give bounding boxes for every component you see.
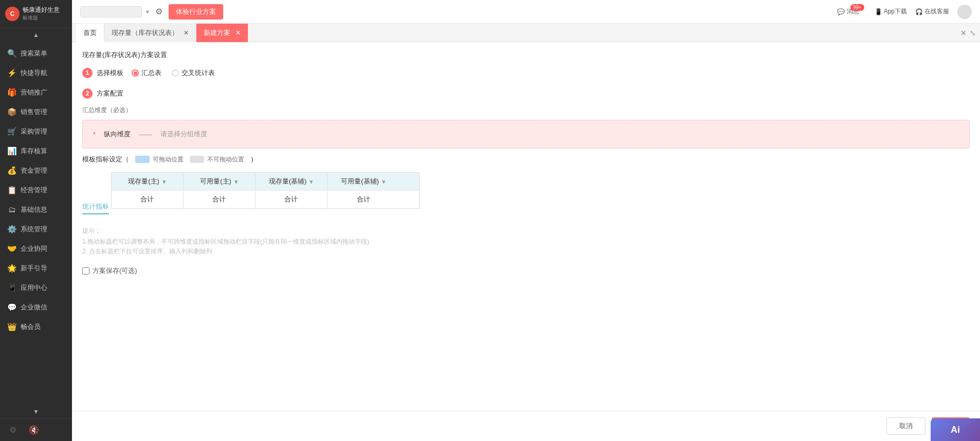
step1-header: 1 选择模板 汇总表 交叉统计表	[82, 68, 970, 78]
sidebar-item-label: 营销推广	[21, 88, 47, 97]
sidebar-item-wechat[interactable]: 💬 企业微信	[0, 298, 72, 317]
scroll-down-area: ▼	[0, 405, 72, 418]
stats-col4-sub: 合计	[357, 195, 370, 204]
search-menu-icon: 🔍	[7, 49, 16, 58]
tab-inventory-close-button[interactable]: ✕	[184, 29, 189, 36]
step1-section: 1 选择模板 汇总表 交叉统计表	[82, 68, 970, 78]
sidebar-item-operation[interactable]: 📋 经营管理	[0, 180, 72, 200]
sidebar-nav: 🔍 搜索菜单 ⚡ 快捷导航 🎁 营销推广 📦 销售管理 🛒 采购管理 📊 库存核…	[0, 42, 72, 405]
radio-summary-inner	[134, 71, 137, 75]
indicator-settings-label: 模板指标设定（	[82, 155, 129, 164]
sidebar-item-quick-nav[interactable]: ⚡ 快捷导航	[0, 63, 72, 83]
tab-new-plan[interactable]: 新建方案 ✕	[196, 24, 248, 42]
col2-dropdown-icon[interactable]: ▾	[234, 178, 238, 186]
tab-close-all-button[interactable]: ✕	[960, 29, 967, 37]
stats-title: 统计指标	[82, 202, 109, 214]
member-icon: 👑	[7, 322, 16, 332]
scroll-up-button[interactable]: ▲	[32, 30, 40, 40]
sidebar-item-label: 快捷导航	[21, 68, 47, 78]
col4-dropdown-icon[interactable]: ▾	[382, 178, 386, 186]
stats-col4-data: 合计	[328, 191, 400, 208]
tab-inventory-status-label: 现存量（库存状况表）	[112, 28, 178, 38]
sidebar-item-purchase[interactable]: 🛒 采购管理	[0, 122, 72, 141]
dropdown-arrow-icon[interactable]: ▾	[146, 8, 149, 15]
radio-summary[interactable]: 汇总表	[132, 68, 161, 78]
wechat-icon: 💬	[7, 303, 16, 312]
sidebar-item-label: 企业微信	[21, 303, 47, 312]
online-service-button[interactable]: 🎧 在线客服	[915, 7, 949, 16]
summary-dim-label: 汇总维度（必选）	[82, 106, 970, 115]
sidebar-item-enterprise[interactable]: 🤝 企业协同	[0, 239, 72, 259]
cancel-button[interactable]: 取消	[886, 417, 925, 435]
sidebar-item-label: 系统管理	[21, 225, 47, 234]
ai-float-button[interactable]: Ai	[931, 418, 980, 441]
sidebar-item-label: 库存核算	[21, 146, 47, 156]
tab-new-plan-close-button[interactable]: ✕	[235, 29, 241, 36]
scroll-down-button[interactable]: ▼	[32, 407, 40, 416]
sidebar-item-basic[interactable]: 🗂 基础信息	[0, 200, 72, 219]
col3-dropdown-icon[interactable]: ▾	[310, 178, 313, 186]
hint-2-text: 2. 点击标题栏下拉可设置排序、插入列和删除列	[82, 247, 212, 256]
logo-tag: 标准版	[23, 14, 60, 22]
stats-col1-header[interactable]: 现存量(主) ▾	[112, 173, 184, 190]
user-avatar[interactable]	[957, 5, 972, 19]
sidebar-item-app-center[interactable]: 📱 应用中心	[0, 278, 72, 298]
dim-required-mark: *	[93, 131, 96, 138]
col1-dropdown-icon[interactable]: ▾	[162, 178, 166, 186]
stats-col4-label: 可用量(基辅)	[341, 177, 379, 186]
stats-col4-header[interactable]: 可用量(基辅) ▾	[328, 173, 400, 190]
step2-header: 2 方案配置	[82, 88, 970, 99]
topbar-gear-button[interactable]: ⚙	[153, 5, 165, 19]
logo-text: 畅康通好生意	[23, 6, 60, 14]
sidebar-item-member[interactable]: 👑 畅会员	[0, 317, 72, 337]
main-area: ▾ ⚙ 体验行业方案 💬 消息 99+ 📱 App下载 🎧 在线客服 首页	[72, 0, 980, 441]
save-checkbox[interactable]	[82, 267, 89, 274]
hint-item-2: 2. 点击标题栏下拉可设置排序、插入列和删除列	[82, 247, 970, 256]
dim-dash: ——	[139, 131, 152, 138]
sidebar-audio-button[interactable]: 🔇	[27, 423, 41, 437]
topbar-right: 💬 消息 99+ 📱 App下载 🎧 在线客服	[837, 5, 972, 19]
step1-num: 1	[82, 68, 93, 78]
ai-float-label: Ai	[951, 425, 960, 435]
sidebar-item-search-menu[interactable]: 🔍 搜索菜单	[0, 44, 72, 63]
sidebar-item-label: 采购管理	[21, 127, 47, 136]
sidebar-item-marketing[interactable]: 🎁 营销推广	[0, 83, 72, 102]
tab-expand-button[interactable]: ⤡	[970, 29, 976, 37]
app-download-button[interactable]: 📱 App下载	[875, 7, 907, 16]
search-input[interactable]	[80, 6, 142, 17]
tab-home-label: 首页	[83, 28, 97, 38]
template-radio-group: 汇总表 交叉统计表	[132, 68, 215, 78]
tab-inventory-status[interactable]: 现存量（库存状况表） ✕	[104, 24, 196, 42]
indicator-row: 模板指标设定（ 可拖动位置 不可拖动位置 ）	[82, 155, 970, 164]
fixed-box	[190, 156, 204, 163]
finance-icon: 💰	[7, 166, 16, 175]
radio-cross-circle	[172, 69, 179, 77]
trial-industry-button[interactable]: 体验行业方案	[169, 4, 223, 20]
sidebar-item-newbie[interactable]: 🌟 新手引导	[0, 259, 72, 278]
sales-icon: 📦	[7, 107, 16, 117]
operation-icon: 📋	[7, 186, 16, 195]
footer-bar: 取消 查询	[72, 411, 980, 441]
headset-icon: 🎧	[915, 8, 923, 15]
stats-col3-header[interactable]: 现存量(基辅) ▾	[256, 173, 328, 190]
sidebar-item-inventory[interactable]: 📊 库存核算	[0, 141, 72, 161]
tab-home[interactable]: 首页	[76, 24, 104, 42]
step2-section: 2 方案配置 汇总维度（必选） * 纵向维度 —— 请选择分组维度	[82, 88, 970, 256]
hints-section: 提示： 1.拖动标题栏可以调整布局，不可跨维度或指标区域拖动栏目字段(只能在同一…	[82, 227, 970, 256]
radio-cross[interactable]: 交叉统计表	[172, 68, 215, 78]
stats-table: 现存量(主) ▾ 可用量(主) ▾ 现存量(基辅) ▾	[111, 172, 420, 209]
draggable-label: 可拖动位置	[153, 155, 184, 164]
sidebar-item-sales[interactable]: 📦 销售管理	[0, 102, 72, 122]
enterprise-icon: 🤝	[7, 244, 16, 253]
marketing-icon: 🎁	[7, 88, 16, 97]
sidebar-settings-button[interactable]: ⚙	[7, 423, 19, 437]
stats-header-row: 现存量(主) ▾ 可用量(主) ▾ 现存量(基辅) ▾	[112, 173, 419, 190]
sidebar-item-finance[interactable]: 💰 资金管理	[0, 161, 72, 180]
sidebar-item-label: 搜索菜单	[21, 49, 47, 58]
sidebar-item-system[interactable]: ⚙️ 系统管理	[0, 219, 72, 239]
sidebar-item-label: 应用中心	[21, 283, 47, 292]
messages-button[interactable]: 💬 消息 99+	[837, 7, 859, 16]
quick-nav-icon: ⚡	[7, 68, 16, 78]
stats-col3-label: 现存量(基辅)	[269, 177, 307, 186]
stats-col2-header[interactable]: 可用量(主) ▾	[184, 173, 256, 190]
